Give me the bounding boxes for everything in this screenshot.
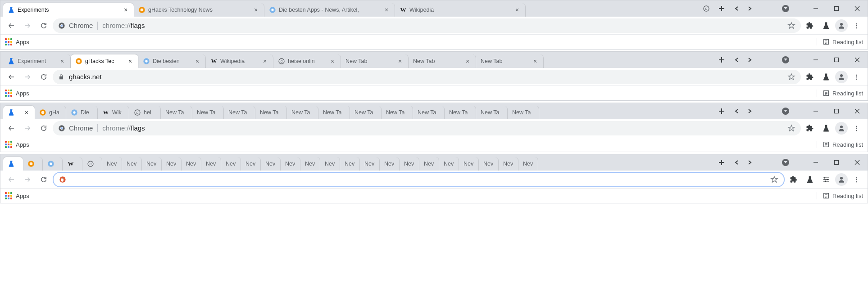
reading-list-button[interactable]: Reading list [817,141,863,148]
labs-button[interactable] [819,18,833,33]
nav-back-button[interactable] [4,70,18,84]
tab[interactable]: Nev [459,157,479,171]
new-tab-button[interactable] [715,2,728,15]
tabs-scroll-left-button[interactable] [731,105,743,117]
new-tab-button[interactable] [715,54,728,66]
site-info[interactable]: Chrome [58,22,93,29]
chrome-menu-button[interactable]: ⋮ [850,18,864,33]
nav-reload-button[interactable] [36,70,51,84]
tabs-scroll-right-button[interactable] [743,2,756,15]
bookmark-star-button[interactable] [787,124,795,132]
apps-shortcut[interactable]: Apps [5,38,29,45]
window-close-button[interactable] [847,104,868,118]
tab[interactable]: Nev [261,157,281,171]
tab[interactable]: Nev [439,157,459,171]
tabs-scroll-left-button[interactable] [731,156,743,169]
nav-back-button[interactable] [4,18,18,33]
tab[interactable]: Die [66,106,98,119]
tab[interactable] [23,157,43,171]
tab-close-button[interactable]: × [514,6,521,14]
bookmark-star-button[interactable] [787,73,795,81]
window-maximize-button[interactable] [826,2,847,15]
extensions-button[interactable] [803,121,817,135]
window-minimize-button[interactable] [805,156,826,169]
window-close-button[interactable] [847,2,868,15]
profile-avatar-button[interactable] [835,122,848,135]
tab[interactable]: a [82,157,102,171]
extensions-button[interactable] [786,172,801,187]
chrome-menu-button[interactable]: ⋮ [850,172,864,187]
tab[interactable]: Nev [400,157,419,171]
tabs-scroll-right-button[interactable] [743,105,756,117]
nav-reload-button[interactable] [36,172,51,187]
site-info[interactable]: Chrome [58,124,93,132]
profile-avatar-button[interactable] [835,173,848,186]
window-maximize-button[interactable] [826,156,847,169]
omnibox[interactable]: Chrome chrome://flags [53,18,801,33]
nav-forward-button[interactable] [20,172,35,187]
apps-shortcut[interactable]: Apps [5,141,29,148]
tab-search-button[interactable] [779,105,792,117]
nav-forward-button[interactable] [20,70,35,84]
tab[interactable]: Nev [142,157,162,171]
tab[interactable]: WWikipedia× [395,3,526,17]
tab[interactable]: W [63,157,82,171]
tab[interactable]: gHa [35,106,66,119]
tab-search-button[interactable] [779,2,792,15]
nav-back-button[interactable] [4,172,18,187]
tab[interactable]: × [3,106,35,119]
tab-close-button[interactable]: × [59,58,66,65]
reading-list-button[interactable]: Reading list [817,90,863,97]
tab-search-button[interactable] [779,156,792,169]
tab[interactable]: aheise onlin× [273,54,341,68]
url-text[interactable]: ghacks.net [69,73,783,81]
tab[interactable]: WWik [98,106,129,119]
tab[interactable]: Nev [479,157,499,171]
tab[interactable]: Experiments× [3,3,134,17]
tab[interactable]: Nev [380,157,400,171]
tab[interactable]: New Ta [476,106,508,119]
tab[interactable]: New Ta [192,106,224,119]
search-engine-icon[interactable] [59,176,66,183]
tab[interactable]: Nev [162,157,182,171]
apps-shortcut[interactable]: Apps [5,90,29,97]
window-minimize-button[interactable] [805,2,826,15]
tab[interactable]: New Ta [508,106,539,119]
tab[interactable]: Nev [182,157,201,171]
tab[interactable]: Nev [201,157,221,171]
tab[interactable]: Nev [281,157,300,171]
reading-list-button[interactable]: Reading list [817,192,863,199]
chrome-menu-button[interactable]: ⋮ [850,121,864,135]
tab[interactable]: gHacks Tec× [71,54,138,68]
tab[interactable]: New Ta [413,106,445,119]
tab[interactable]: Experiment× [3,54,71,68]
tab[interactable]: Nev [499,157,518,171]
tab[interactable]: New Tab× [409,54,476,68]
labs-button[interactable] [819,70,833,84]
tab[interactable]: Nev [320,157,340,171]
window-minimize-button[interactable] [805,104,826,118]
tab[interactable] [3,157,23,171]
url-text[interactable]: chrome://flags [102,124,783,132]
profile-avatar-button[interactable] [835,19,848,32]
window-close-button[interactable] [847,53,868,67]
tab-close-button[interactable]: × [122,6,129,14]
new-tab-button[interactable] [715,156,728,169]
tab-close-button[interactable]: × [464,58,471,65]
tab-close-button[interactable]: × [396,58,404,65]
reading-list-button[interactable]: Reading list [817,38,863,45]
nav-back-button[interactable] [4,121,18,135]
tab[interactable]: WWikipedia× [206,54,273,68]
window-minimize-button[interactable] [805,53,826,67]
omnibox[interactable]: ghacks.net [53,70,801,84]
tab[interactable]: Nev [518,157,538,171]
tab-close-button[interactable]: × [261,58,268,65]
chrome-menu-button[interactable]: ⋮ [850,70,864,84]
window-maximize-button[interactable] [826,104,847,118]
tab[interactable]: Nev [419,157,439,171]
extensions-button[interactable] [803,18,817,33]
site-info[interactable] [58,74,64,80]
tab[interactable]: New Ta [382,106,413,119]
tab[interactable]: New Ta [350,106,382,119]
tab[interactable]: New Ta [287,106,318,119]
